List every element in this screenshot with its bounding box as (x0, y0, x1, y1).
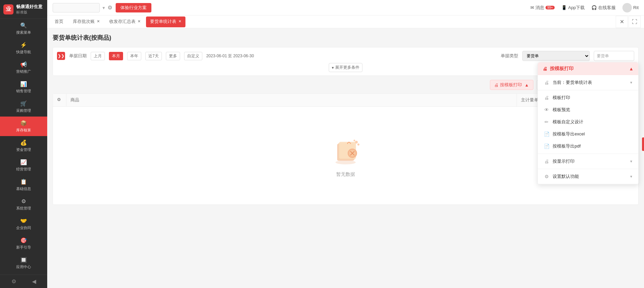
sidebar-item-marketing[interactable]: 📢 营销推广 (0, 58, 47, 77)
message-icon: ✉ (530, 5, 534, 10)
sidebar-item-appcenter[interactable]: 🔲 应用中心 (0, 253, 47, 273)
username-label: Rit (633, 5, 639, 10)
sidebar-item-label: 企业协同 (16, 225, 31, 230)
expand-more-btn[interactable]: ▾ 展开更多条件 (329, 63, 362, 72)
sidebar-item-label: 销售管理 (16, 89, 31, 94)
collapse-icon[interactable]: ◀ (32, 278, 36, 285)
message-badge: 99+ (546, 6, 555, 9)
collab-icon: 🤝 (20, 218, 27, 224)
sidebar-item-label: 采购管理 (16, 108, 31, 113)
dropdown-section-display-print: 🖨 按显示打印 ▾ (538, 154, 638, 169)
dropdown-item-design[interactable]: ✏ 模板自定义设计 (538, 116, 638, 128)
dropdown-item-preview[interactable]: 👁 模板预览 (538, 104, 638, 116)
sidebar-item-label: 应用中心 (16, 264, 31, 269)
th-checkbox[interactable]: ⚙ (53, 94, 66, 106)
sidebar-item-inventory[interactable]: 📦 库存核算 (0, 117, 47, 136)
date-range-display: 2023-06-01 至 2023-06-30 (206, 53, 254, 59)
tab-close-icon[interactable]: ✕ (97, 19, 100, 24)
trial-button[interactable]: 体验行业方案 (116, 3, 151, 12)
dropdown-section-default: ⚙ 设置默认功能 ▾ (538, 169, 638, 184)
topbar-dropdown-arrow[interactable]: ▾ (103, 5, 105, 10)
app-download-item[interactable]: 📱 App下载 (561, 5, 585, 11)
topbar-search-area: ▾ ⚙ (53, 3, 112, 12)
sidebar-item-operations[interactable]: 📈 经营管理 (0, 156, 47, 175)
svg-point-9 (357, 143, 359, 146)
main-area: ▾ ⚙ 体验行业方案 ✉ 消息 99+ 📱 App下载 🎧 在线客服 Rit (47, 0, 644, 288)
sidebar-item-basic[interactable]: 📋 基础信息 (0, 175, 47, 195)
toggle-filter-btn[interactable]: ❯❯ (57, 52, 65, 60)
online-service-item[interactable]: 🎧 在线客服 (591, 5, 616, 11)
tab-receipt-summary[interactable]: 收发存汇总表 ✕ (105, 17, 145, 27)
display-print-left: 🖨 按显示打印 (544, 158, 575, 164)
settings-icon[interactable]: ⚙ (11, 278, 16, 285)
print-template-btn[interactable]: 🖨 按模板打印 ▲ (490, 80, 533, 90)
avatar (622, 3, 632, 12)
print-dropdown: 🖨 按模板打印 ▲ 🖨 当前：要货单统计表 ▾ 🖨 模板打印 (537, 62, 639, 185)
date-btn-this-month[interactable]: 本月 (109, 52, 123, 60)
message-item[interactable]: ✉ 消息 99+ (530, 5, 555, 11)
filter-row-1: ❯❯ 单据日期 上月 本月 本年 近7天 更多 自定义 2023-06-01 至… (57, 51, 634, 61)
svg-point-10 (354, 140, 355, 141)
tab-close-icon[interactable]: ✕ (138, 19, 141, 24)
dropdown-item-label: 模板自定义设计 (553, 119, 583, 125)
sidebar-item-collab[interactable]: 🤝 企业协同 (0, 214, 47, 234)
resize-handle[interactable] (642, 137, 644, 151)
date-btn-7days[interactable]: 近7天 (145, 52, 162, 60)
svg-point-0 (335, 160, 356, 164)
sidebar-item-search[interactable]: 🔍 搜索菜单 (0, 19, 47, 38)
dropdown-item-display-print[interactable]: 🖨 按显示打印 ▾ (538, 155, 638, 167)
headset-icon: 🎧 (591, 5, 597, 10)
tab-order-stats[interactable]: 要货单统计表 ✕ (146, 17, 185, 27)
topbar-left: ▾ ⚙ 体验行业方案 (53, 3, 151, 12)
search-nav-icon: 🔍 (20, 22, 27, 29)
topbar-gear-icon[interactable]: ⚙ (108, 4, 112, 11)
date-btn-this-year[interactable]: 本年 (127, 52, 141, 60)
dropdown-item-set-default[interactable]: ⚙ 设置默认功能 ▾ (538, 170, 638, 183)
sidebar-item-label: 营销推广 (16, 69, 31, 74)
window-close-btn[interactable]: ✕ (616, 16, 628, 28)
tab-inventory-batch[interactable]: 库存批次账 ✕ (69, 17, 104, 27)
date-btn-more[interactable]: 更多 (166, 52, 180, 60)
message-label: 消息 (535, 5, 544, 11)
dropdown-current-item[interactable]: 🖨 当前：要货单统计表 ▾ (538, 76, 638, 89)
sidebar-item-quicknav[interactable]: ⚡ 快捷导航 (0, 38, 47, 58)
dropdown-section-items: 🖨 模板打印 👁 模板预览 ✏ 模板自定义设计 📄 按模板导出excel 📄 (538, 90, 638, 154)
sidebar-item-finance[interactable]: 💰 资金管理 (0, 136, 47, 156)
dropdown-item-label: 按模板导出excel (553, 131, 585, 137)
tab-home[interactable]: 首页 (51, 17, 67, 27)
app-download-icon: 📱 (561, 5, 567, 10)
user-avatar-item[interactable]: Rit (622, 3, 639, 12)
current-dropdown-arrow: ▾ (630, 80, 632, 85)
type-select[interactable]: 要货单 (522, 51, 590, 61)
window-maximize-btn[interactable]: ⛶ (628, 16, 641, 28)
date-btn-custom[interactable]: 自定义 (184, 52, 202, 60)
print-template-label: 按模板打印 (500, 82, 522, 88)
finance-icon: 💰 (20, 139, 27, 146)
goods-filter-input[interactable]: 要货单 (594, 51, 634, 61)
print-dropdown-header[interactable]: 🖨 按模板打印 ▲ (538, 62, 638, 75)
set-default-label: 设置默认功能 (553, 173, 579, 180)
topbar-search-input[interactable] (53, 3, 100, 12)
sidebar-item-label: 搜索菜单 (16, 30, 31, 35)
design-icon: ✏ (544, 119, 549, 125)
sidebar-item-sales[interactable]: 📊 销售管理 (0, 77, 47, 97)
date-btn-last-month[interactable]: 上月 (91, 52, 105, 60)
excel-icon: 📄 (544, 131, 549, 137)
empty-text: 暂无数据 (336, 171, 355, 178)
sidebar-bottom: ⚙ ◀ (0, 275, 47, 288)
sidebar-item-system[interactable]: ⚙ 系统管理 (0, 195, 47, 214)
print-dropdown-close[interactable]: ▲ (629, 66, 634, 71)
topbar-right: ✉ 消息 99+ 📱 App下载 🎧 在线客服 Rit (530, 3, 639, 12)
dropdown-item-export-excel[interactable]: 📄 按模板导出excel (538, 128, 638, 140)
sidebar-item-label: 快捷导航 (16, 50, 31, 55)
dropdown-item-print[interactable]: 🖨 模板打印 (538, 92, 638, 104)
sidebar-item-guide[interactable]: 🎯 新手引导 (0, 234, 47, 253)
display-print-label: 按显示打印 (553, 158, 575, 164)
quicknav-icon: ⚡ (20, 42, 27, 48)
tab-close-icon[interactable]: ✕ (178, 19, 181, 24)
set-default-icon: ⚙ (544, 174, 549, 179)
online-service-label: 在线客服 (598, 5, 616, 11)
sidebar-item-purchase[interactable]: 🛒 采购管理 (0, 97, 47, 117)
print-dropdown-arrow[interactable]: ▲ (525, 83, 529, 88)
dropdown-item-export-pdf[interactable]: 📄 按模板导出pdf (538, 140, 638, 152)
